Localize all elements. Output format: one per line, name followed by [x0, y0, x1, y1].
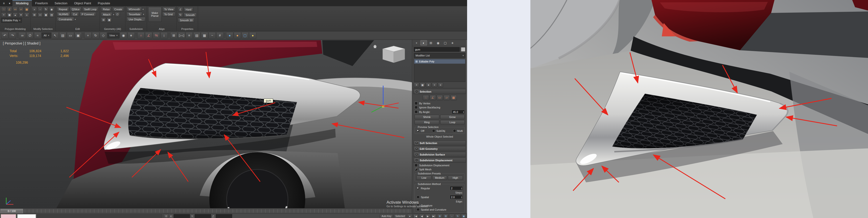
- border-icon[interactable]: ▭: [437, 95, 443, 100]
- constraints-button[interactable]: Constraints: [57, 17, 74, 22]
- selection-filter-dropdown[interactable]: All ▾: [42, 33, 51, 39]
- spinner-down-icon[interactable]: ▾: [461, 197, 462, 198]
- rollout-selection[interactable]: − Selection: [413, 89, 466, 94]
- quadrify-icon[interactable]: ▣: [107, 17, 112, 23]
- cut-button[interactable]: Cut: [71, 12, 79, 16]
- undo-icon[interactable]: ↶: [1, 32, 8, 39]
- create-button[interactable]: Create: [112, 7, 124, 11]
- by-vertex-checkbox[interactable]: [414, 102, 418, 105]
- rollout-edit-geometry[interactable]: + Edit Geometry: [413, 146, 466, 151]
- polygon-icon[interactable]: ▱: [443, 95, 450, 100]
- configure-modifier-sets-icon[interactable]: ≡: [438, 82, 443, 87]
- rollout-soft-selection[interactable]: + Soft Selection: [413, 141, 466, 145]
- curvature-radio[interactable]: [416, 204, 420, 207]
- shrink-button[interactable]: Shrink: [414, 115, 439, 119]
- spinner-snap-icon[interactable]: ↕: [160, 32, 167, 39]
- by-angle-spinner[interactable]: 45.0 ▴▾: [452, 110, 465, 114]
- loop-grow-icon[interactable]: ⊞: [32, 12, 37, 17]
- border-subobject-icon[interactable]: ▭: [13, 7, 18, 12]
- modifier-stack-item[interactable]: ▦ Editable Poly: [414, 59, 465, 64]
- menu-icon[interactable]: ≡: [1, 1, 6, 6]
- window-crossing-icon[interactable]: ▣: [74, 32, 82, 39]
- object-name-field[interactable]: [414, 47, 460, 52]
- tessellate-button[interactable]: Tessellate: [127, 12, 142, 16]
- pin-stack-icon[interactable]: ⌖: [414, 82, 419, 87]
- time-slider[interactable]: 0 / 100: [0, 209, 23, 213]
- attach-button[interactable]: Attach: [101, 12, 112, 17]
- hard-button[interactable]: Hard: [184, 7, 193, 12]
- redo-icon[interactable]: ↷: [9, 32, 16, 39]
- set-key-icon[interactable]: ●: [407, 214, 412, 218]
- show-end-result-icon[interactable]: ▣: [420, 82, 425, 87]
- swift-loop-button[interactable]: Swift Loop: [82, 7, 98, 11]
- previous-modifier-icon[interactable]: ▴: [13, 12, 18, 17]
- use-displacement-button[interactable]: Use Displa...: [127, 17, 145, 22]
- curve-editor-icon[interactable]: ~: [209, 32, 216, 39]
- ring-shrink-icon[interactable]: ▤: [49, 12, 54, 17]
- pin-stack-icon[interactable]: ⌖: [1, 12, 6, 17]
- material-editor-icon[interactable]: ●: [226, 32, 233, 39]
- hard-edge-icon[interactable]: ∠: [178, 7, 183, 12]
- loop-button[interactable]: Loop: [440, 120, 465, 124]
- ribbon-tab-object-paint[interactable]: Object Paint: [71, 0, 94, 6]
- hierarchy-tab-icon[interactable]: ⊞: [428, 40, 434, 45]
- motion-tab-icon[interactable]: ◉: [435, 40, 441, 45]
- rectangular-selection-icon[interactable]: ▭: [67, 32, 74, 39]
- ribbon-toggle-icon[interactable]: ▦: [201, 32, 208, 39]
- remove-modifier-icon[interactable]: ×: [432, 82, 437, 87]
- preview-multi-radio[interactable]: [453, 129, 456, 132]
- maxscript-mini-listener-output[interactable]: [17, 214, 36, 218]
- percent-snap-icon[interactable]: %: [153, 32, 160, 39]
- utilities-tab-icon[interactable]: ∗: [449, 40, 456, 45]
- panel-label-properties[interactable]: Properties: [178, 28, 197, 31]
- preview-subobj-radio[interactable]: [432, 129, 435, 132]
- reference-coordinate-dropdown[interactable]: View ▾: [107, 33, 119, 39]
- to-view-button[interactable]: To View: [162, 7, 175, 11]
- panel-label-align[interactable]: Align: [148, 28, 175, 31]
- preview-off-radio[interactable]: [416, 129, 420, 132]
- smooth-edge-icon[interactable]: ↻: [178, 12, 183, 17]
- ribbon-collapse-icon[interactable]: ▾: [7, 1, 12, 6]
- selected-filter-button[interactable]: Selected: [394, 214, 406, 218]
- select-and-scale-icon[interactable]: ◇: [100, 32, 107, 39]
- select-and-rotate-icon[interactable]: ↻: [92, 32, 99, 39]
- collapse-icon[interactable]: ⊞: [101, 17, 106, 23]
- element-subobject-icon[interactable]: ▦: [24, 7, 29, 12]
- align-icon[interactable]: ≡: [186, 32, 193, 39]
- rollout-subdivision-surface[interactable]: + Subdivision Surface: [413, 152, 466, 157]
- select-by-name-icon[interactable]: ▤: [59, 32, 66, 39]
- viewport[interactable]: [ Perspective ] [ Shaded ] Total 106,824…: [0, 40, 412, 208]
- loop-shrink-icon[interactable]: ▭: [38, 12, 43, 17]
- modify-tab-icon[interactable]: ◐: [420, 40, 427, 45]
- steps-spinner[interactable]: 2▴▾: [450, 186, 463, 190]
- select-object-icon[interactable]: ↖: [52, 32, 59, 39]
- maxscript-mini-listener[interactable]: [1, 214, 16, 218]
- edge-spinner[interactable]: 2.0▴▾: [450, 195, 463, 199]
- vertex-subobject-icon[interactable]: ∴: [1, 7, 6, 12]
- grow-selection-icon[interactable]: +: [32, 7, 37, 12]
- relax-button[interactable]: Relax: [101, 7, 112, 11]
- y-coordinate-field[interactable]: [195, 214, 211, 218]
- selection-lock-icon[interactable]: ⊙: [163, 214, 169, 218]
- snaps-toggle-icon[interactable]: ∩: [137, 32, 145, 39]
- select-and-move-icon[interactable]: +: [84, 32, 92, 39]
- loop-selection-icon[interactable]: ↻: [43, 7, 49, 12]
- p-connect-button[interactable]: P Connect: [80, 12, 96, 16]
- spatial-radio[interactable]: [416, 195, 420, 198]
- grow-button[interactable]: Grow: [440, 115, 465, 119]
- ribbon-tab-freeform[interactable]: Freeform: [32, 0, 51, 6]
- create-tab-icon[interactable]: +: [413, 40, 420, 45]
- next-modifier-icon[interactable]: ▾: [19, 12, 24, 17]
- bind-to-space-warp-icon[interactable]: ≈: [34, 32, 41, 39]
- named-selection-sets-icon[interactable]: ⊞: [170, 32, 178, 39]
- collapse-stack-icon[interactable]: ≡: [24, 12, 29, 17]
- select-and-manipulate-icon[interactable]: ∗: [128, 32, 135, 39]
- edge-icon[interactable]: ∠: [430, 95, 436, 100]
- layer-manager-icon[interactable]: ▤: [193, 32, 200, 39]
- maximize-viewport-icon[interactable]: ▣: [461, 214, 466, 218]
- spinner-down-icon[interactable]: ▾: [461, 188, 462, 189]
- ignore-backfacing-checkbox[interactable]: [414, 106, 418, 109]
- detach-icon[interactable]: ∅: [115, 12, 120, 17]
- vertex-icon[interactable]: ∴: [423, 95, 429, 100]
- zoom-extents-icon[interactable]: ⊞: [443, 214, 448, 218]
